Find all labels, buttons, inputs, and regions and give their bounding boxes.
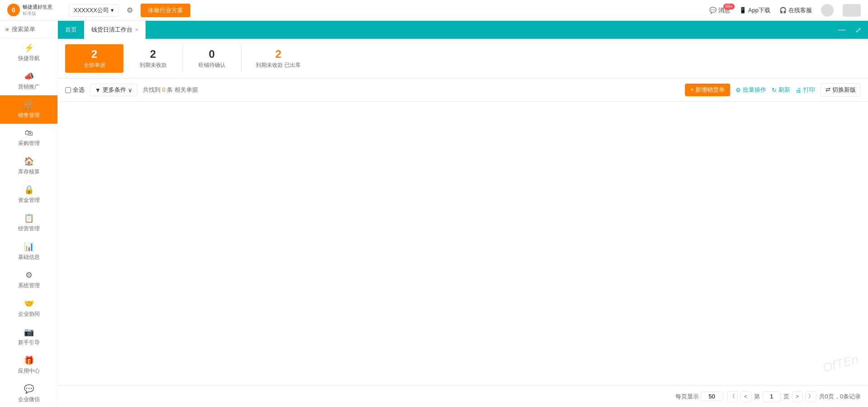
stat-card-pending[interactable]: 0 旺铺待确认 (183, 44, 241, 73)
filter-button[interactable]: ▼ 更多条件 ∨ (90, 84, 137, 96)
sales-icon: 🛒 (24, 100, 34, 110)
stat-label-overdue: 到期未收款 (140, 61, 167, 69)
filter-arrow: ∨ (128, 87, 132, 94)
guide-icon: 📷 (24, 327, 34, 337)
sidebar-item-label: 营销推广 (18, 83, 40, 91)
sidebar-item-label: 经营管理 (18, 225, 40, 233)
cooperation-icon: 🤝 (24, 299, 34, 309)
top-header: 6 畅捷通好生意 标准版 XXXXXX公司 ▾ ⚙ 体验行业方案 💬 消息 99… (0, 0, 868, 21)
service-icon: 🎧 (779, 7, 787, 14)
page-nav: 《 < 第 页 > 》 共0页，0条记录 (727, 391, 861, 402)
select-all-label: 全选 (73, 86, 85, 94)
settings-button[interactable]: ⚙ (123, 3, 137, 18)
new-order-button[interactable]: + 新增销货单 (685, 84, 731, 96)
tab-close-icon[interactable]: × (135, 27, 138, 33)
sidebar-search[interactable]: ≡ 搜索菜单 (0, 21, 57, 38)
sidebar-item-label: 企业协同 (18, 310, 40, 318)
prev-page-button[interactable]: < (741, 391, 751, 402)
last-page-button[interactable]: 》 (806, 391, 816, 402)
toolbar-right: + 新增销货单 ⚙ 批量操作 ↻ 刷新 🖨 打印 ⇄ 切换新版 (685, 83, 861, 97)
stat-card-overdue[interactable]: 2 到期未收款 (124, 44, 183, 73)
sidebar-item-label: 库存核算 (18, 168, 40, 176)
print-icon: 🖨 (796, 87, 802, 94)
user-info[interactable] (843, 4, 861, 17)
minus-icon: — (838, 26, 845, 34)
first-page-button[interactable]: 《 (727, 391, 738, 402)
purchase-icon: 🛍 (25, 128, 33, 138)
logo-area: 6 畅捷通好生意 标准版 (7, 4, 65, 16)
tab-bar: 首页 钱货日清工作台 × — ⤢ (58, 21, 868, 39)
count-info: 共找到 0 条 相关单据 (143, 86, 198, 94)
sidebar: ≡ 搜索菜单 ⚡ 快捷导航 📣 营销推广 🛒 销售管理 🛍 采购管理 🏠 库存核… (0, 21, 58, 407)
logo-icon: 6 (7, 4, 20, 16)
switch-version-button[interactable]: ⇄ 切换新版 (821, 83, 861, 97)
switch-label: 切换新版 (832, 86, 856, 93)
main-content: 2 全部单据 2 到期未收款 0 旺铺待确认 2 到期未收款 已出库 全选 (58, 39, 868, 407)
message-action[interactable]: 💬 消息 99+ (709, 6, 730, 14)
header-left: 6 畅捷通好生意 标准版 XXXXXX公司 ▾ ⚙ 体验行业方案 (7, 3, 190, 18)
refresh-icon: ↻ (772, 87, 777, 94)
sidebar-item-quick-nav[interactable]: ⚡ 快捷导航 (0, 38, 57, 67)
search-icon: ≡ (5, 26, 9, 33)
sidebar-item-basic[interactable]: 📊 基础信息 (0, 237, 57, 266)
sidebar-item-app-center[interactable]: 🎁 应用中心 (0, 351, 57, 379)
sidebar-item-label: 企业微信 (18, 396, 40, 403)
print-button[interactable]: 🖨 打印 (796, 86, 815, 94)
sidebar-item-marketing[interactable]: 📣 营销推广 (0, 67, 57, 95)
sidebar-item-finance[interactable]: 🔒 资金管理 (0, 180, 57, 209)
stat-card-shipped[interactable]: 2 到期未收款 已出库 (241, 44, 315, 73)
batch-button[interactable]: ⚙ 批量操作 (736, 86, 766, 94)
page-size-input[interactable] (701, 392, 723, 401)
count-unit: 条 (167, 86, 173, 93)
count-value: 0 (162, 86, 165, 93)
sidebar-item-guide[interactable]: 📷 新手引导 (0, 323, 57, 351)
logo-name: 畅捷通好生意 (23, 4, 52, 10)
sidebar-item-sales[interactable]: 🛒 销售管理 (0, 95, 57, 124)
dropdown-icon: ▾ (111, 7, 114, 14)
tab-home-label: 首页 (65, 26, 77, 34)
trial-button[interactable]: 体验行业方案 (141, 4, 190, 17)
company-selector[interactable]: XXXXXX公司 ▾ (69, 4, 119, 17)
related-label: 相关单据 (175, 86, 198, 93)
refresh-button[interactable]: ↻ 刷新 (772, 86, 790, 94)
maximize-button[interactable]: ⤢ (852, 23, 864, 36)
stat-label-shipped: 到期未收款 已出库 (256, 61, 301, 69)
sidebar-item-wechat[interactable]: 💬 企业微信 (0, 379, 57, 407)
stat-number-pending: 0 (209, 48, 215, 61)
sidebar-item-system[interactable]: ⚙ 系统管理 (0, 266, 57, 294)
filter-label: 更多条件 (103, 86, 126, 94)
sidebar-item-label: 资金管理 (18, 196, 40, 204)
app-download-action[interactable]: 📱 App下载 (739, 6, 770, 14)
stats-cards: 2 全部单据 2 到期未收款 0 旺铺待确认 2 到期未收款 已出库 (58, 39, 868, 79)
marketing-icon: 📣 (24, 71, 34, 81)
print-label: 打印 (803, 86, 815, 94)
sidebar-item-label: 新手引导 (18, 339, 40, 346)
page-number-input[interactable] (763, 391, 781, 402)
sidebar-item-purchase[interactable]: 🛍 采购管理 (0, 124, 57, 152)
quick-nav-icon: ⚡ (24, 43, 34, 53)
logo-sub: 标准版 (23, 10, 52, 17)
sidebar-item-label: 销售管理 (18, 112, 40, 119)
sidebar-item-label: 采购管理 (18, 140, 40, 147)
sidebar-item-operation[interactable]: 📋 经营管理 (0, 209, 57, 237)
minimize-button[interactable]: — (835, 23, 848, 36)
online-service-action[interactable]: 🎧 在线客服 (779, 6, 812, 14)
download-icon: 📱 (739, 7, 746, 14)
prev-page-icon: < (744, 393, 747, 400)
wechat-icon: 💬 (24, 384, 34, 394)
stat-card-all[interactable]: 2 全部单据 (65, 44, 124, 73)
next-page-button[interactable]: > (792, 391, 803, 402)
sidebar-item-cooperation[interactable]: 🤝 企业协同 (0, 294, 57, 323)
tab-home[interactable]: 首页 (58, 21, 84, 39)
sidebar-item-inventory[interactable]: 🏠 库存核算 (0, 152, 57, 180)
tab-qrjq[interactable]: 钱货日清工作台 × (84, 21, 146, 39)
table-area (58, 102, 868, 385)
message-badge: 99+ (723, 4, 735, 9)
switch-icon: ⇄ (826, 86, 830, 93)
select-all-input[interactable] (65, 87, 71, 93)
layout: ≡ 搜索菜单 ⚡ 快捷导航 📣 营销推广 🛒 销售管理 🛍 采购管理 🏠 库存核… (0, 39, 868, 407)
pagination: 每页显示 《 < 第 页 > 》 共0页，0条记录 (58, 385, 868, 407)
system-icon: ⚙ (25, 270, 33, 280)
avatar[interactable] (821, 4, 834, 17)
select-all-checkbox[interactable]: 全选 (65, 86, 85, 94)
